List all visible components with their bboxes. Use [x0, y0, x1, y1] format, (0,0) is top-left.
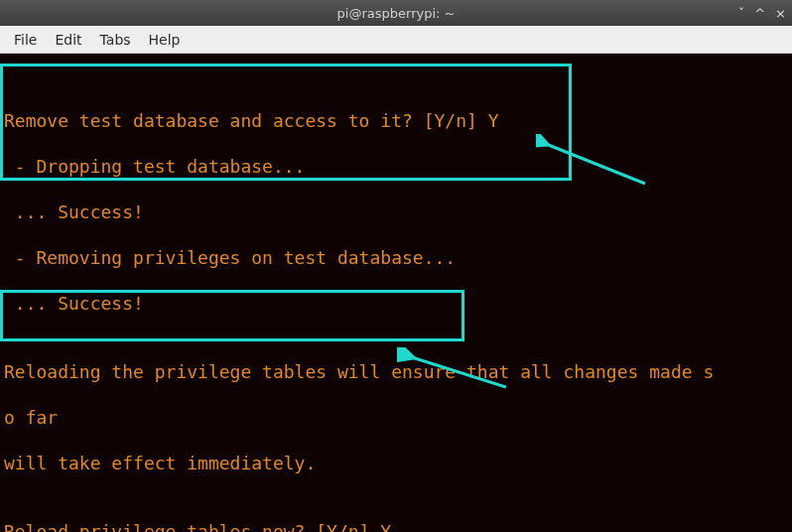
terminal-line: - Removing privileges on test database..…: [4, 246, 788, 269]
menu-help[interactable]: Help: [141, 29, 189, 51]
terminal-line: o far: [4, 406, 788, 429]
menubar: File Edit Tabs Help: [0, 26, 792, 54]
terminal-output[interactable]: Remove test database and access to it? […: [0, 54, 792, 532]
close-icon[interactable]: ×: [775, 7, 786, 20]
menu-file[interactable]: File: [6, 29, 45, 51]
window-controls: ˇ ^ ×: [738, 0, 786, 26]
terminal-line: Reloading the privilege tables will ensu…: [4, 360, 788, 383]
terminal-line: - Dropping test database...: [4, 155, 788, 178]
window-title: pi@raspberrypi: ~: [337, 6, 456, 21]
window-titlebar: pi@raspberrypi: ~ ˇ ^ ×: [0, 0, 792, 26]
terminal-line: Reload privilege tables now? [Y/n] Y: [4, 520, 788, 532]
menu-tabs[interactable]: Tabs: [92, 29, 139, 51]
terminal-line: Remove test database and access to it? […: [4, 109, 788, 132]
menu-edit[interactable]: Edit: [47, 29, 89, 51]
maximize-icon[interactable]: ^: [754, 7, 765, 20]
terminal-line: ... Success!: [4, 292, 788, 315]
terminal-line: ... Success!: [4, 200, 788, 223]
minimize-icon[interactable]: ˇ: [738, 7, 745, 20]
terminal-line: will take effect immediately.: [4, 452, 788, 474]
